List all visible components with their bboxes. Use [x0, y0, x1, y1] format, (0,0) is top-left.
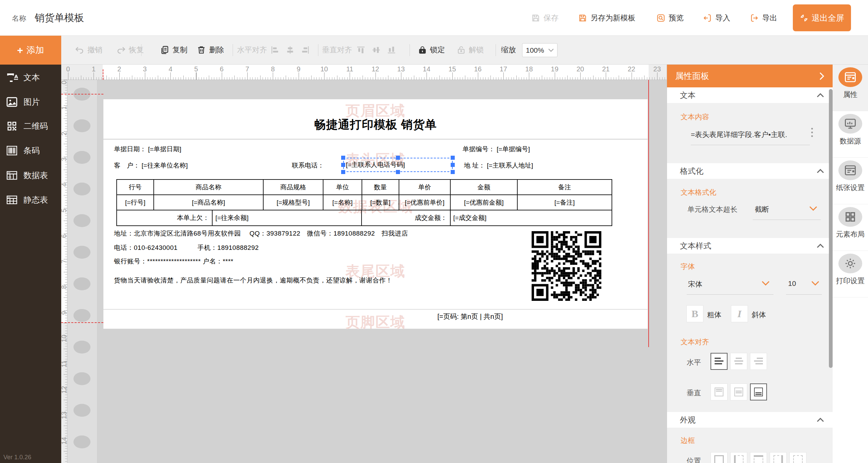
- table-data-cell[interactable]: [=商品名称]: [154, 195, 263, 210]
- font-family-select[interactable]: 宋体: [688, 279, 702, 289]
- delete-button[interactable]: 删除: [197, 36, 224, 64]
- field-phone-label[interactable]: 联系电话：: [292, 161, 324, 170]
- lock-button[interactable]: 锁定: [418, 36, 445, 64]
- save-as-button[interactable]: 另存为新模板: [578, 0, 635, 36]
- table-footer-cell[interactable]: 本单上欠：: [117, 210, 212, 225]
- section-text[interactable]: 文本: [667, 87, 833, 103]
- rail-item-paper[interactable]: 纸张设置: [833, 158, 868, 204]
- section-format[interactable]: 格式化: [667, 163, 833, 179]
- h-ruler[interactable]: 01234567891011121314151617181920212223: [61, 65, 667, 80]
- field-date[interactable]: 单据日期： [=单据日期]: [114, 145, 181, 154]
- sidebar-item-qrcode[interactable]: 二维码: [0, 115, 61, 137]
- resize-handle[interactable]: [451, 163, 455, 167]
- rail-item-datasource[interactable]: 数据源: [833, 111, 868, 158]
- border-top-button[interactable]: [750, 452, 767, 463]
- field-order-no[interactable]: 单据编号： [=单据编号]: [463, 145, 530, 154]
- table-data-cell[interactable]: [=行号]: [117, 195, 154, 210]
- export-button[interactable]: 导出: [750, 0, 777, 36]
- border-bottom-button[interactable]: [789, 452, 806, 463]
- field-customer[interactable]: 客 户： [=往来单位名称]: [114, 161, 188, 170]
- text-align-center-button[interactable]: [730, 353, 747, 370]
- qr-code[interactable]: [532, 231, 601, 301]
- table-header-cell[interactable]: 单位: [323, 179, 362, 195]
- footer-notice-line[interactable]: 货物当天请验收清楚，产品质量问题请在一个月内退换，逾期概不负责，还望谅解，谢谢合…: [114, 276, 393, 285]
- sidebar-item-datatable[interactable]: 101 数据表: [0, 164, 61, 187]
- resize-handle[interactable]: [341, 156, 345, 160]
- copy-button[interactable]: 复制: [160, 36, 187, 64]
- section-appearance[interactable]: 外观: [667, 412, 833, 428]
- overflow-select[interactable]: 截断: [755, 205, 769, 214]
- table-header-cell[interactable]: 商品名称: [154, 179, 263, 195]
- text-align-middle-button[interactable]: [730, 383, 747, 400]
- table-footer-cell[interactable]: [=成交金额]: [450, 210, 612, 225]
- align-right-button[interactable]: [301, 36, 310, 64]
- rail-item-layout[interactable]: 元素布局: [833, 204, 868, 251]
- import-button[interactable]: 导入: [703, 0, 730, 36]
- border-right-button[interactable]: [770, 452, 787, 463]
- save-button[interactable]: 保存: [531, 0, 558, 36]
- exit-fullscreen-button[interactable]: 退出全屏: [793, 4, 851, 31]
- chevron-down-icon[interactable]: [811, 281, 819, 286]
- italic-button[interactable]: I: [731, 305, 748, 322]
- table-header-cell[interactable]: 备注: [517, 179, 612, 195]
- align-bottom-button[interactable]: [387, 36, 396, 64]
- v-ruler[interactable]: 0123456789101112131415: [61, 80, 67, 463]
- rail-item-properties[interactable]: 属性: [833, 65, 868, 111]
- text-align-bottom-button[interactable]: [750, 383, 767, 400]
- table-header-cell[interactable]: 数量: [362, 179, 399, 195]
- more-options-icon[interactable]: [811, 128, 813, 137]
- table-data-cell[interactable]: [=优惠前金额]: [450, 195, 517, 210]
- align-middle-v-button[interactable]: [372, 36, 381, 64]
- zoom-select[interactable]: 100%: [522, 43, 557, 57]
- footer-phone-line[interactable]: 电话：010-62430001 手机：18910888292: [114, 243, 259, 252]
- sidebar-item-barcode[interactable]: 条码: [0, 139, 61, 162]
- footer-address-line[interactable]: 地址：北京市海淀区北清路68号用友软件园 QQ：393879122 微信号：18…: [114, 229, 408, 238]
- resize-handle[interactable]: [396, 156, 400, 160]
- sidebar-item-text[interactable]: 文本: [0, 66, 61, 89]
- items-table[interactable]: 行号商品名称商品规格单位数量单价金额备注[=行号][=商品名称][=规格型号][…: [116, 179, 612, 210]
- border-left-button[interactable]: [730, 452, 747, 463]
- table-data-cell[interactable]: [=备注]: [517, 195, 612, 210]
- align-top-button[interactable]: [356, 36, 365, 64]
- border-all-button[interactable]: [711, 452, 728, 463]
- table-header-cell[interactable]: 商品规格: [263, 179, 323, 195]
- align-left-button[interactable]: [270, 36, 279, 64]
- panel-scrollbar[interactable]: [829, 89, 833, 368]
- text-align-top-button[interactable]: [711, 383, 728, 400]
- page-number-field[interactable]: [=页码: 第n页 | 共n页]: [437, 312, 503, 321]
- field-address[interactable]: 地 址： [=主联系人地址]: [464, 161, 533, 170]
- section-style[interactable]: 文本样式: [667, 238, 833, 254]
- resize-handle[interactable]: [451, 170, 455, 174]
- collapse-panel-icon[interactable]: [819, 72, 825, 81]
- undo-button[interactable]: 撤销: [75, 36, 102, 64]
- chevron-down-icon[interactable]: [809, 206, 817, 211]
- table-header-cell[interactable]: 行号: [117, 179, 154, 195]
- resize-handle[interactable]: [341, 163, 345, 167]
- document-page[interactable]: 页眉区域 表头区域 数据表区域 表尾区域 页脚区域 畅捷通打印模板 销货单 单据…: [103, 99, 648, 329]
- table-header-cell[interactable]: 金额: [450, 179, 517, 195]
- design-canvas[interactable]: 页眉区域 表头区域 数据表区域 表尾区域 页脚区域 畅捷通打印模板 销货单 单据…: [61, 65, 667, 463]
- preview-button[interactable]: 预览: [656, 0, 684, 36]
- footer-bank-line[interactable]: 银行账号：******************** 户名：****: [114, 257, 233, 266]
- unlock-button[interactable]: 解锁: [457, 36, 484, 64]
- table-data-cell[interactable]: [=优惠前单价]: [399, 195, 450, 210]
- font-size-select[interactable]: 10: [788, 279, 796, 288]
- text-align-left-button[interactable]: [711, 353, 728, 370]
- table-data-cell[interactable]: [=数量]: [362, 195, 399, 210]
- bold-button[interactable]: B: [686, 305, 703, 322]
- resize-handle[interactable]: [451, 156, 455, 160]
- sidebar-item-statictable[interactable]: 静态表: [0, 189, 61, 211]
- table-footer-cell[interactable]: [=往来余额]: [212, 210, 361, 225]
- rail-item-print[interactable]: 打印设置: [833, 251, 868, 297]
- table-header-cell[interactable]: 单价: [399, 179, 450, 195]
- doc-title[interactable]: 畅捷通打印模板 销货单: [103, 117, 648, 133]
- table-data-cell[interactable]: [=名称]: [323, 195, 362, 210]
- resize-handle[interactable]: [341, 170, 345, 174]
- redo-button[interactable]: 恢复: [116, 36, 144, 64]
- table-footer-row[interactable]: 本单上欠：[=往来余额]成交金额：[=成交金额]: [116, 210, 612, 226]
- sidebar-item-image[interactable]: 图片: [0, 91, 61, 113]
- align-center-h-button[interactable]: [286, 36, 295, 64]
- chevron-down-icon[interactable]: [762, 281, 770, 286]
- add-button[interactable]: + 添加: [0, 36, 61, 65]
- table-data-cell[interactable]: [=规格型号]: [263, 195, 323, 210]
